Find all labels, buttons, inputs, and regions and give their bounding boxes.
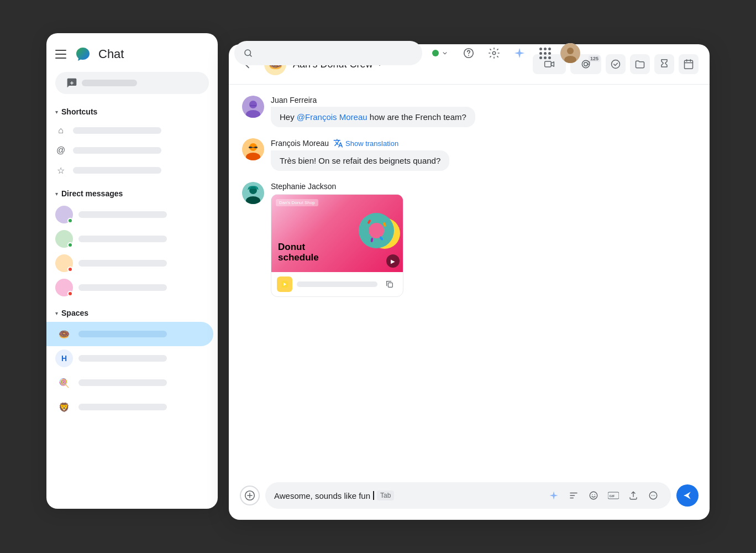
gif-button[interactable]: GIF <box>605 487 622 504</box>
stephanie-avatar-image <box>242 182 264 204</box>
format-text-button[interactable] <box>565 487 582 504</box>
message-group-stephanie: Stephanie Jackson Dan's Donut Shop <box>242 182 696 297</box>
help-button[interactable] <box>459 43 479 63</box>
new-chat-placeholder <box>82 80 137 86</box>
settings-button[interactable] <box>484 43 504 63</box>
more-options-button[interactable] <box>644 487 662 504</box>
dm-name-2 <box>78 236 167 242</box>
input-actions: GIF <box>545 487 662 504</box>
svg-point-34 <box>592 494 593 495</box>
status-indicator[interactable] <box>428 47 453 59</box>
image-title: Donut schedule <box>278 242 319 265</box>
space-item-donut[interactable]: 🍩 <box>46 322 213 346</box>
user-avatar-image <box>560 43 580 63</box>
global-topbar <box>234 38 699 69</box>
home-icon: ⌂ <box>55 125 66 136</box>
card-play-button[interactable] <box>277 276 292 292</box>
shop-label: Dan's Donut Shop <box>276 199 318 206</box>
stephanie-avatar <box>242 182 264 204</box>
tab-badge: Tab <box>377 491 394 500</box>
francois-message-content: François Moreau Show translation Très bi… <box>271 138 696 171</box>
upload-button[interactable] <box>624 487 642 504</box>
space-name-lion <box>78 404 167 410</box>
svg-rect-18 <box>249 147 252 148</box>
search-bar[interactable] <box>234 41 422 65</box>
svg-point-39 <box>652 495 653 496</box>
translate-icon <box>333 138 343 148</box>
new-chat-icon <box>66 77 77 88</box>
juan-mention[interactable]: @François Moreau <box>297 112 368 122</box>
show-translation-button[interactable]: Show translation <box>333 138 398 148</box>
francois-sender-name: François Moreau <box>271 139 329 148</box>
spaces-label: Spaces <box>61 309 88 317</box>
svg-point-12 <box>249 101 257 108</box>
gemini-button[interactable] <box>510 43 529 63</box>
dm-label: Direct messages <box>61 189 123 198</box>
spaces-chevron: ▾ <box>55 310 58 316</box>
search-input[interactable] <box>258 49 413 58</box>
message-group-juan: Juan Ferreira Hey @François Moreau how a… <box>242 96 696 127</box>
dm-name-1 <box>78 211 167 218</box>
format-text-icon <box>569 491 579 500</box>
space-item-h[interactable]: H <box>46 346 213 371</box>
message-group-francois: François Moreau Show translation Très bi… <box>242 138 696 171</box>
dm-item-2[interactable] <box>46 227 218 251</box>
donut-image-card[interactable]: Dan's Donut Shop <box>271 194 403 297</box>
waffle-button[interactable] <box>535 43 555 63</box>
upload-icon <box>628 491 638 500</box>
settings-icon <box>488 47 500 59</box>
card-title-placeholder <box>297 281 377 287</box>
dm-status-2 <box>67 242 73 248</box>
sidebar-header: Chat <box>46 33 218 72</box>
donut-svg <box>346 206 401 261</box>
emoji-icon <box>589 491 599 500</box>
card-copy-button[interactable] <box>382 276 397 292</box>
new-chat-button[interactable] <box>55 72 209 94</box>
stephanie-sender-name: Stephanie Jackson <box>271 182 336 191</box>
dm-item-4[interactable] <box>46 275 218 300</box>
nav-at[interactable]: @ <box>46 140 218 160</box>
sidebar: Chat ▾ Shortcuts ⌂ @ ☆ ▾ <box>46 33 218 509</box>
space-item-lion[interactable]: 🦁 <box>46 395 213 419</box>
shortcuts-section-header[interactable]: ▾ Shortcuts <box>46 103 218 121</box>
juan-sender-name: Juan Ferreira <box>271 96 317 105</box>
dm-avatar-3 <box>55 254 73 272</box>
add-attachment-button[interactable] <box>240 486 260 505</box>
input-sparkle-button[interactable] <box>545 487 563 504</box>
nav-home[interactable]: ⌂ <box>46 121 218 140</box>
waffle-icon <box>539 48 551 59</box>
svg-point-21 <box>249 186 257 194</box>
space-name-donut <box>78 331 167 337</box>
francois-message-bubble: Très bien! On se refait des beignets qua… <box>271 150 449 171</box>
add-icon <box>244 490 255 501</box>
svg-point-40 <box>653 495 654 496</box>
dm-item-1[interactable] <box>46 202 218 227</box>
chat-panel: 🍩 Aari's Donut Crew <box>229 44 710 520</box>
message-input[interactable]: Awesome, sounds like fun Tab <box>265 482 671 509</box>
juan-message-bubble: Hey @François Moreau how are the French … <box>271 107 475 127</box>
svg-text:GIF: GIF <box>610 494 615 498</box>
emoji-button[interactable] <box>585 487 602 504</box>
nav-star[interactable]: ☆ <box>46 160 218 180</box>
spaces-section-header[interactable]: ▾ Spaces <box>46 304 218 322</box>
message-input-text: Awesome, sounds like fun Tab <box>274 491 540 500</box>
user-avatar[interactable] <box>560 43 580 63</box>
dm-avatar-1 <box>55 206 73 223</box>
juan-message-before: Hey <box>280 112 297 122</box>
space-icon-h: H <box>55 349 73 367</box>
dm-item-3[interactable] <box>46 251 218 275</box>
francois-avatar-image <box>242 138 264 160</box>
dm-chevron: ▾ <box>55 191 58 197</box>
menu-icon[interactable] <box>55 48 69 61</box>
svg-point-35 <box>595 494 596 495</box>
space-item-lollipop[interactable]: 🍭 <box>46 371 213 395</box>
dm-status-1 <box>67 218 73 223</box>
send-button[interactable] <box>676 484 699 507</box>
direct-messages-section-header[interactable]: ▾ Direct messages <box>46 185 218 202</box>
svg-rect-14 <box>250 105 256 106</box>
star-icon: ☆ <box>55 165 66 176</box>
francois-avatar <box>242 138 264 160</box>
dm-name-4 <box>78 284 167 291</box>
shortcuts-chevron: ▾ <box>55 109 58 115</box>
card-play-icon <box>281 280 288 288</box>
